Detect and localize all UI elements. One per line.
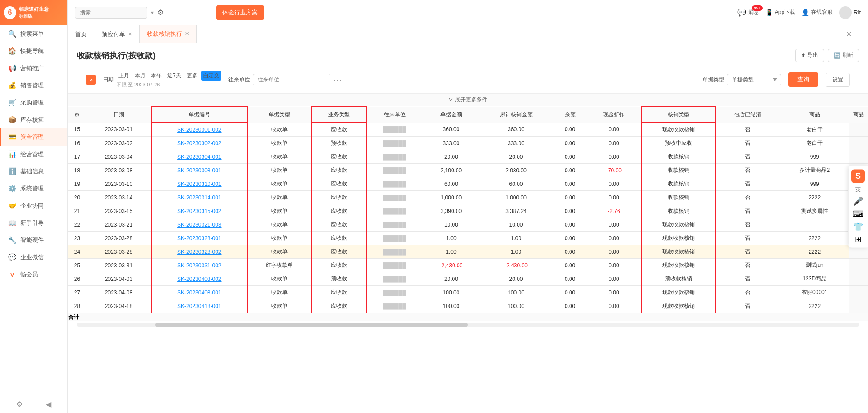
col-voucher-type: 单据类型 <box>247 107 312 123</box>
scrollbar-thumb[interactable] <box>155 323 468 327</box>
main-content: ▾ ⚙ 体验行业方案 💬 消息 99+ 📱 App下载 👤 在线客服 Rit <box>68 0 868 413</box>
filter-toggle-btn[interactable]: » <box>86 75 96 85</box>
filter-7days[interactable]: 近7天 <box>165 71 183 81</box>
cell-voucher-no[interactable]: SK-20230308-001 <box>151 164 247 177</box>
tab-expand-icon[interactable]: ⛶ <box>856 30 863 38</box>
cell-voucher-no[interactable]: SK-20230331-002 <box>151 259 247 272</box>
voucher-link[interactable]: SK-20230301-002 <box>177 127 221 133</box>
tab-close-all-icon[interactable]: ✕ <box>846 30 852 38</box>
dropdown-icon[interactable]: ▾ <box>151 9 154 16</box>
grid-icon[interactable]: ⊞ <box>855 234 862 244</box>
voucher-link[interactable]: SK-20230328-002 <box>177 249 221 255</box>
filter-this-month[interactable]: 本月 <box>133 71 147 81</box>
sidebar-item-system[interactable]: ⚙️ 系统管理 <box>0 180 67 197</box>
cell-voucher-no[interactable]: SK-20230301-002 <box>151 123 247 137</box>
cell-goods: 123D商品 <box>780 272 849 286</box>
cell-include-cleared: 否 <box>716 123 780 137</box>
voucher-link[interactable]: SK-20230403-002 <box>177 276 221 282</box>
sidebar-item-finance[interactable]: 💳 资金管理 <box>0 128 67 146</box>
app-download-area[interactable]: 📱 App下载 <box>765 9 795 16</box>
refresh-button[interactable]: 🔄 刷新 <box>828 49 859 62</box>
filter-vouchertype-select[interactable]: 单据类型 <box>727 74 781 85</box>
expand-more-bar[interactable]: ∨ 展开更多条件 <box>68 94 868 106</box>
cell-goods2 <box>849 286 868 299</box>
topbar-search-input[interactable] <box>75 7 147 19</box>
tab-collection[interactable]: 收款核销执行 ✕ <box>140 25 197 43</box>
horizontal-scrollbar[interactable] <box>77 323 859 327</box>
microphone-icon[interactable]: 🎤 <box>853 196 863 206</box>
sidebar-item-marketing[interactable]: 📢 营销推广 <box>0 60 67 77</box>
user-area[interactable]: Rit <box>839 6 861 19</box>
sidebar-item-member[interactable]: V 畅会员 <box>0 266 67 283</box>
cell-no: 19 <box>68 177 86 191</box>
voucher-link[interactable]: SK-20230314-001 <box>177 195 221 201</box>
tab-home[interactable]: 首页 <box>68 25 94 43</box>
sidebar-item-label: 快捷导航 <box>20 47 44 55</box>
industry-btn[interactable]: 体验行业方案 <box>216 5 264 20</box>
sidebar-item-wechat[interactable]: 💬 企业微信 <box>0 249 67 266</box>
cell-voucher-no[interactable]: SK-20230302-002 <box>151 137 247 150</box>
col-settings[interactable]: ⚙ <box>68 107 86 123</box>
voucher-link[interactable]: SK-20230418-001 <box>177 303 221 309</box>
query-button[interactable]: 查询 <box>788 72 818 87</box>
table-body: 15 2023-03-01 SK-20230301-002 收款单 应收款 ██… <box>68 123 868 313</box>
sidebar-item-guide[interactable]: 📖 新手引导 <box>0 214 67 232</box>
cell-voucher-no[interactable]: SK-20230328-002 <box>151 245 247 259</box>
tab-collection-close[interactable]: ✕ <box>185 31 189 37</box>
sidebar-item-hardware[interactable]: 🔧 智能硬件 <box>0 232 67 249</box>
voucher-link[interactable]: SK-20230302-002 <box>177 140 221 147</box>
collapse-icon[interactable]: ◀ <box>46 400 51 408</box>
voucher-link[interactable]: SK-20230304-001 <box>177 154 221 160</box>
column-settings-icon[interactable]: ⚙ <box>75 112 80 118</box>
cell-voucher-no[interactable]: SK-20230315-002 <box>151 204 247 218</box>
filter-custom-btn[interactable]: 自定义 <box>201 71 221 81</box>
cell-cumulative: 1.00 <box>479 232 553 245</box>
tab-receivable[interactable]: 预应付单 ✕ <box>94 25 140 43</box>
sidebar-item-operation[interactable]: 📊 经营管理 <box>0 146 67 163</box>
cell-voucher-no[interactable]: SK-20230328-001 <box>151 232 247 245</box>
filter-last-month[interactable]: 上月 <box>117 71 131 81</box>
filter-this-year[interactable]: 本年 <box>149 71 164 81</box>
voucher-link[interactable]: SK-20230408-001 <box>177 290 221 296</box>
topbar: ▾ ⚙ 体验行业方案 💬 消息 99+ 📱 App下载 👤 在线客服 Rit <box>68 0 868 25</box>
sidebar-item-sales[interactable]: 💰 销售管理 <box>0 77 67 94</box>
cell-voucher-no[interactable]: SK-20230418-001 <box>151 299 247 313</box>
cell-voucher-no[interactable]: SK-20230304-001 <box>151 150 247 164</box>
sidebar-item-basic[interactable]: ℹ️ 基础信息 <box>0 163 67 180</box>
voucher-link[interactable]: SK-20230315-002 <box>177 208 221 214</box>
sidebar-item-quick[interactable]: 🏠 快捷导航 <box>0 43 67 60</box>
sidebar-item-corp[interactable]: 🤝 企业协同 <box>0 197 67 214</box>
settings-bottom-icon[interactable]: ⚙ <box>16 400 23 408</box>
sidebar-item-stock[interactable]: 📦 库存核算 <box>0 111 67 128</box>
filter-more[interactable]: 更多 <box>185 71 199 81</box>
cell-no: 24 <box>68 245 86 259</box>
footer-empty-9 <box>641 313 716 321</box>
cell-voucher-no[interactable]: SK-20230403-002 <box>151 272 247 286</box>
cell-voucher-no[interactable]: SK-20230314-001 <box>151 191 247 204</box>
cell-include-cleared: 否 <box>716 259 780 272</box>
sidebar-item-purchase[interactable]: 🛒 采购管理 <box>0 94 67 111</box>
voucher-link[interactable]: SK-20230328-001 <box>177 235 221 242</box>
cell-voucher-no[interactable]: SK-20230310-001 <box>151 177 247 191</box>
keyboard-icon[interactable]: ⌨ <box>852 209 864 218</box>
support-area[interactable]: 👤 在线客服 <box>802 9 833 16</box>
voucher-link[interactable]: SK-20230310-001 <box>177 181 221 187</box>
filter-counterparty-input[interactable] <box>253 74 330 85</box>
topbar-gear-icon[interactable]: ⚙ <box>157 8 164 17</box>
voucher-link[interactable]: SK-20230331-002 <box>177 262 221 269</box>
export-button[interactable]: ⬆ 导出 <box>795 49 824 62</box>
filter-dots[interactable]: ··· <box>333 75 343 85</box>
settings-button[interactable]: 设置 <box>826 73 850 87</box>
col-amount: 单据金额 <box>423 107 479 123</box>
voucher-link[interactable]: SK-20230308-001 <box>177 167 221 174</box>
tab-receivable-close[interactable]: ✕ <box>128 31 132 37</box>
cell-biz-type: 应收款 <box>311 245 366 259</box>
sidebar-item-search[interactable]: 🔍 搜索菜单 <box>0 25 67 43</box>
voucher-link[interactable]: SK-20230321-003 <box>177 222 221 228</box>
cell-balance: 0.00 <box>553 123 587 137</box>
cell-voucher-no[interactable]: SK-20230321-003 <box>151 218 247 232</box>
message-area[interactable]: 💬 消息 99+ <box>737 8 759 17</box>
shirt-icon[interactable]: 👕 <box>853 221 863 231</box>
filter-date-group: 日期 上月 本月 本年 近7天 更多 自定义 不限 至 2023-07-26 <box>103 71 221 88</box>
cell-voucher-no[interactable]: SK-20230408-001 <box>151 286 247 299</box>
